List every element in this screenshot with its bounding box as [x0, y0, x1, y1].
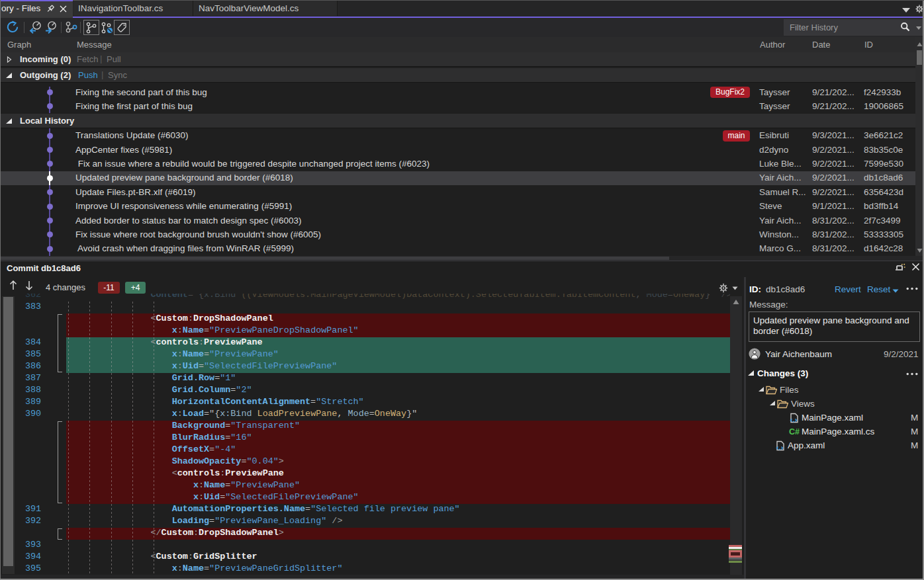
svg-text:C#: C#	[789, 427, 800, 436]
